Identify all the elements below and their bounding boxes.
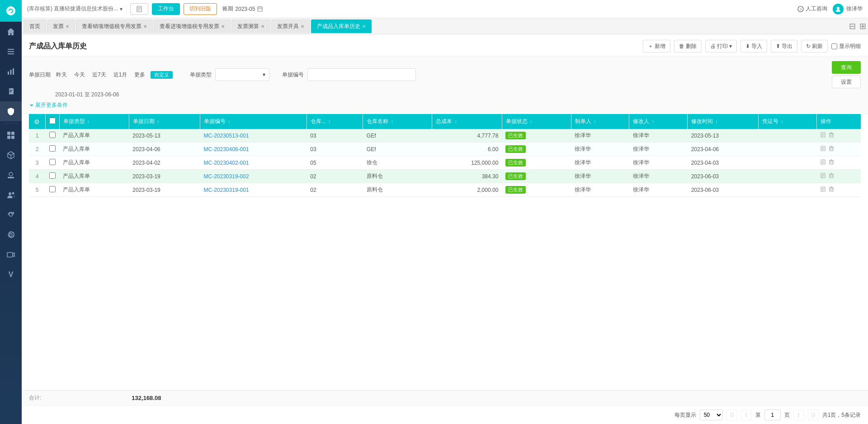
user-menu[interactable]: 徐泽华 [833,4,863,14]
tab-invoice-issue[interactable]: 发票开具 ✕ [271,19,310,33]
row-checkbox-cell[interactable] [45,183,59,197]
sidebar-item-video[interactable] [0,245,22,265]
row-checkbox-cell[interactable] [45,143,59,156]
set-btn[interactable]: 设置 [832,76,861,88]
workbench-btn[interactable]: 工作台 [152,3,180,15]
sidebar-item-grid[interactable] [0,125,22,145]
sidebar-item-refresh[interactable] [0,205,22,225]
page-input[interactable] [764,410,781,420]
sidebar-item-invoice[interactable] [0,81,22,101]
col-voucher-header[interactable]: 凭证号 ↕ [759,114,817,129]
col-modify-time-header[interactable]: 修改时间 ↕ [688,114,759,129]
tab-sales-vat[interactable]: 查看销项增值税专用发票 ✕ [76,19,153,33]
col-type-header[interactable]: 单据类型 ↕ [59,114,129,129]
row-number-link[interactable]: MC-20230402-001 [204,160,249,166]
row-number-link[interactable]: MC-20230319-002 [204,173,249,180]
gear-icon[interactable]: ⚙ [34,118,40,125]
col-total-cost-header[interactable]: 总成本 ↕ [432,114,502,129]
delete-btn[interactable]: 🗑 删除 [674,40,702,52]
row-checkbox-cell[interactable] [45,129,59,143]
row-delete-icon[interactable] [828,172,835,180]
row-number-link[interactable]: MC-20230319-001 [204,187,249,193]
tab-purchase-vat-close[interactable]: ✕ [221,24,225,29]
row-delete-icon[interactable] [828,159,835,167]
row-checkbox[interactable] [49,172,56,179]
tab-product-history[interactable]: 产成品入库单历史 ✕ [311,19,372,33]
row-delete-icon[interactable] [828,132,835,139]
import-btn[interactable]: ⬇ 导入 [741,40,767,52]
tab-product-history-close[interactable]: ✕ [362,24,366,29]
date-7days[interactable]: 近7天 [90,71,108,79]
sidebar-item-list[interactable] [0,42,22,62]
col-setting[interactable]: ⚙ [29,114,45,129]
refresh-btn[interactable]: ↻ 刷新 [801,40,828,52]
print-btn[interactable]: 🖨 打印 ▾ [705,40,737,52]
select-all-checkbox[interactable] [49,118,56,124]
row-edit-icon[interactable] [820,186,826,194]
tab-sales-vat-close[interactable]: ✕ [143,24,147,29]
sidebar-item-v[interactable]: V [0,265,22,285]
sidebar-item-stamp[interactable] [0,165,22,185]
row-delete-icon[interactable] [828,186,835,194]
number-filter-input[interactable] [307,68,416,81]
sidebar-item-box[interactable] [0,145,22,165]
tab-invoice-calc[interactable]: 发票测算 ✕ [231,19,270,33]
row-edit-icon[interactable] [820,145,826,153]
per-page-select[interactable]: 50 100 200 [700,410,723,420]
sidebar-item-home[interactable] [0,22,22,42]
tab-invoice-issue-close[interactable]: ✕ [301,24,304,29]
date-today[interactable]: 今天 [72,71,87,79]
col-warehouse-name-header[interactable]: 仓库名称 ↕ [363,114,432,129]
document-btn[interactable] [130,3,148,15]
tab-purchase-vat[interactable]: 查看进项增值税专用发票 ✕ [154,19,231,33]
sidebar-item-chart[interactable] [0,62,22,81]
row-checkbox-cell[interactable] [45,170,59,183]
col-checkbox[interactable] [45,114,59,129]
query-btn[interactable]: 查询 [832,61,861,74]
col-warehouse-code-header[interactable]: 仓库... ↕ [307,114,363,129]
new-btn[interactable]: ＋ 新增 [643,40,670,52]
minimize-icon[interactable]: ⊟ [849,21,856,31]
show-detail-checkbox[interactable] [831,43,837,49]
row-checkbox[interactable] [49,159,56,165]
company-selector[interactable]: (库存核算) 直播轻拢通信息技术股份... ▾ [27,5,123,13]
export-btn[interactable]: ⬆ 导出 [771,40,797,52]
tab-invoice-close[interactable]: ✕ [66,24,69,29]
first-page-btn[interactable]: ⟨⟨ [726,410,737,420]
sidebar-item-shield[interactable] [0,101,22,121]
col-modifier-header[interactable]: 修改人 ↕ [629,114,688,129]
type-filter-select[interactable]: ▾ [215,68,269,81]
row-checkbox[interactable] [49,145,56,152]
row-checkbox[interactable] [49,132,56,138]
tab-invoice-calc-close[interactable]: ✕ [261,24,264,29]
help-btn[interactable]: ? 人工咨询 [797,5,827,13]
row-edit-icon[interactable] [820,132,826,139]
row-edit-icon[interactable] [820,159,826,167]
show-detail-label[interactable]: 显示明细 [831,43,861,50]
tab-invoice[interactable]: 发票 ✕ [47,19,75,33]
date-custom-btn[interactable]: 自定义 [151,71,173,79]
expand-filter-btn[interactable]: 展开更多条件 [29,101,861,109]
last-page-btn[interactable]: ⟩⟩ [808,410,819,420]
col-date-header[interactable]: 单据日期 ↕ [129,114,200,129]
tab-home[interactable]: 首页 [24,19,46,33]
prev-page-btn[interactable]: ⟨ [741,410,752,420]
sidebar-item-settings[interactable] [0,225,22,245]
date-more[interactable]: 更多 [132,71,147,79]
next-page-btn[interactable]: ⟩ [793,410,804,420]
row-checkbox[interactable] [49,186,56,192]
col-creator-header[interactable]: 制单人 ↕ [571,114,629,129]
row-number-link[interactable]: MC-20230513-001 [204,133,249,139]
date-yesterday[interactable]: 昨天 [54,71,69,79]
switch-old-btn[interactable]: 切到旧版 [184,3,217,15]
sidebar-item-people[interactable] [0,185,22,205]
row-delete-icon[interactable] [828,145,835,153]
company-dropdown-icon[interactable]: ▾ [120,6,123,12]
row-edit-icon[interactable] [820,172,826,180]
row-number-link[interactable]: MC-20230406-001 [204,146,249,152]
col-number-header[interactable]: 单据编号 ↕ [200,114,307,129]
date-1month[interactable]: 近1月 [112,71,129,79]
maximize-icon[interactable]: ⊞ [859,21,866,31]
col-status-header[interactable]: 单据状态 ↕ [502,114,571,129]
row-checkbox-cell[interactable] [45,156,59,170]
